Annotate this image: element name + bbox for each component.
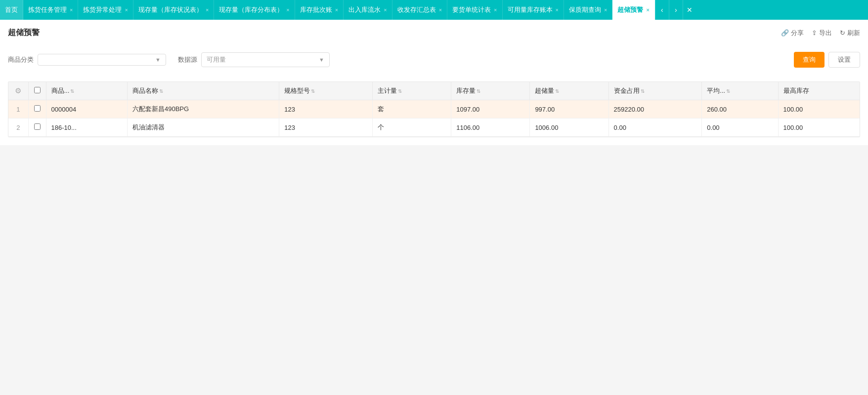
row-checkbox-cell[interactable] — [28, 100, 46, 118]
row-spec: 123 — [279, 100, 373, 118]
datasource-select-text: 可用量 — [207, 55, 226, 64]
table-settings-header: ⚙ — [8, 82, 28, 100]
col-capital[interactable]: 资金占用⇅ — [608, 82, 702, 100]
nav-item-stock-status[interactable]: 现存量（库存状况表） × — [133, 0, 214, 20]
filter-area: 商品分类 ▼ 数据源 可用量 ▼ 查询 设置 — [8, 46, 860, 74]
row-over-stock: 997.00 — [530, 100, 608, 118]
close-icon[interactable]: × — [494, 7, 497, 13]
chevron-down-icon: ▼ — [319, 57, 324, 63]
sort-icon: ⇅ — [726, 88, 730, 94]
row-num-cell: 1 — [8, 100, 28, 118]
row-avg: 260.00 — [702, 100, 778, 118]
row-capital: 0.00 — [608, 118, 702, 137]
close-icon[interactable]: × — [646, 7, 649, 13]
col-product-code[interactable]: 商品...⇅ — [46, 82, 127, 100]
close-icon[interactable]: × — [206, 7, 209, 13]
close-icon[interactable]: × — [335, 7, 338, 13]
row-checkbox[interactable] — [34, 105, 41, 112]
nav-item-available[interactable]: 可用量库存账本 × — [503, 0, 564, 20]
table-header-row: ⚙ 商品...⇅ 商品名称⇅ 规格型号⇅ 主计量⇅ — [8, 82, 860, 100]
sort-icon: ⇅ — [641, 88, 645, 94]
nav-item-summary[interactable]: 收发存汇总表 × — [392, 0, 447, 20]
page-header: 超储预警 🔗 分享 ⇪ 导出 ↻ 刷新 — [8, 28, 860, 38]
datasource-filter-group: 数据源 可用量 ▼ — [178, 52, 330, 67]
col-product-name[interactable]: 商品名称⇅ — [127, 82, 279, 100]
sort-icon: ⇅ — [477, 88, 480, 94]
close-icon[interactable]: × — [556, 7, 559, 13]
nav-item-expiry[interactable]: 保质期查询 × — [564, 0, 612, 20]
filter-actions: 查询 设置 — [794, 52, 860, 68]
col-avg[interactable]: 平均...⇅ — [702, 82, 778, 100]
row-over-stock: 1006.00 — [530, 118, 608, 137]
row-capital: 259220.00 — [608, 100, 702, 118]
nav-item-home[interactable]: 首页 — [0, 0, 23, 20]
refresh-icon: ↻ — [840, 29, 845, 37]
nav-item-flow[interactable]: 出入库流水 × — [344, 0, 392, 20]
datasource-select[interactable]: 可用量 ▼ — [201, 52, 330, 67]
row-max-stock: 100.00 — [778, 118, 860, 137]
header-actions: 🔗 分享 ⇪ 导出 ↻ 刷新 — [781, 29, 860, 38]
sort-icon: ⇅ — [555, 88, 559, 94]
select-all-checkbox[interactable] — [34, 87, 41, 93]
sort-icon: ⇅ — [311, 88, 315, 94]
col-max-stock[interactable]: 最高库存 — [778, 82, 860, 100]
nav-item-exception[interactable]: 拣货异常处理 × — [78, 0, 133, 20]
row-product-name: 机油滤清器 — [127, 118, 279, 137]
row-unit: 套 — [373, 100, 451, 118]
row-stock: 1106.00 — [451, 118, 530, 137]
datasource-label: 数据源 — [178, 55, 197, 64]
nav-item-batch[interactable]: 库存批次账 × — [295, 0, 344, 20]
export-button[interactable]: ⇪ 导出 — [812, 29, 832, 38]
row-checkbox[interactable] — [34, 123, 41, 130]
row-stock: 1097.00 — [451, 100, 530, 118]
category-label: 商品分类 — [8, 55, 34, 64]
sort-icon: ⇅ — [159, 88, 163, 94]
close-icon[interactable]: × — [439, 7, 442, 13]
col-unit[interactable]: 主计量⇅ — [373, 82, 451, 100]
page-content: 超储预警 🔗 分享 ⇪ 导出 ↻ 刷新 商品分类 ▼ 数据源 — [0, 20, 868, 145]
nav-next-button[interactable]: › — [669, 0, 683, 20]
table-checkbox-header — [28, 82, 46, 100]
nav-more-button[interactable]: ✕ — [683, 0, 696, 20]
table-row: 2 186-10... 机油滤清器 123 个 1106.00 1006.00 … — [8, 118, 860, 137]
nav-item-task[interactable]: 拣货任务管理 × — [23, 0, 78, 20]
category-select[interactable]: ▼ — [38, 54, 166, 66]
refresh-button[interactable]: ↻ 刷新 — [840, 29, 860, 38]
row-avg: 0.00 — [702, 118, 778, 137]
col-over-stock[interactable]: 超储量⇅ — [530, 82, 608, 100]
close-icon[interactable]: × — [286, 7, 289, 13]
row-product-name: 六配套新昌490BPG — [127, 100, 279, 118]
col-spec[interactable]: 规格型号⇅ — [279, 82, 373, 100]
nav-item-order-stats[interactable]: 要货单统计表 × — [447, 0, 502, 20]
share-icon: 🔗 — [781, 29, 789, 37]
data-table: ⚙ 商品...⇅ 商品名称⇅ 规格型号⇅ 主计量⇅ — [8, 81, 860, 137]
row-product-code: 186-10... — [46, 118, 127, 137]
table-row: 1 0000004 六配套新昌490BPG 123 套 1097.00 997.… — [8, 100, 860, 118]
row-product-code: 0000004 — [46, 100, 127, 118]
share-button[interactable]: 🔗 分享 — [781, 29, 804, 38]
nav-item-stock-dist[interactable]: 现存量（库存分布表） × — [214, 0, 295, 20]
settings-button[interactable]: 设置 — [828, 52, 860, 68]
gear-icon[interactable]: ⚙ — [15, 86, 21, 95]
sort-icon: ⇅ — [70, 88, 74, 94]
sort-icon: ⇅ — [398, 88, 402, 94]
row-spec: 123 — [279, 118, 373, 137]
nav-bar: 首页 拣货任务管理 × 拣货异常处理 × 现存量（库存状况表） × 现存量（库存… — [0, 0, 868, 20]
close-icon[interactable]: × — [604, 7, 607, 13]
page-title: 超储预警 — [8, 28, 40, 38]
query-button[interactable]: 查询 — [794, 52, 825, 68]
close-icon[interactable]: × — [125, 7, 128, 13]
row-unit: 个 — [373, 118, 451, 137]
nav-prev-button[interactable]: ‹ — [655, 0, 669, 20]
close-icon[interactable]: × — [70, 7, 73, 13]
category-filter-group: 商品分类 ▼ — [8, 54, 166, 66]
col-stock[interactable]: 库存量⇅ — [451, 82, 530, 100]
row-checkbox-cell[interactable] — [28, 118, 46, 137]
export-icon: ⇪ — [812, 29, 817, 37]
chevron-down-icon: ▼ — [155, 57, 161, 63]
close-icon[interactable]: × — [384, 7, 387, 13]
row-max-stock: 100.00 — [778, 100, 860, 118]
row-num-cell: 2 — [8, 118, 28, 137]
nav-item-overstock[interactable]: 超储预警 × — [612, 0, 654, 20]
